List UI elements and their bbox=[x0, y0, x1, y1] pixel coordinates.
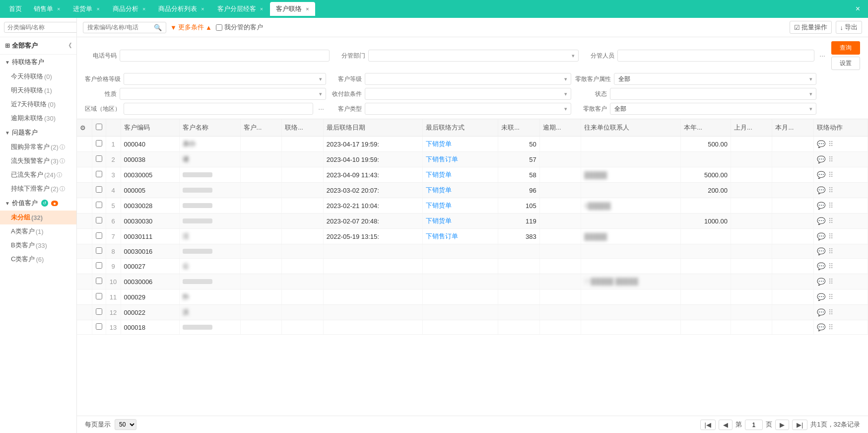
last-page-button[interactable]: ▶| bbox=[792, 420, 807, 430]
checkbox-cell[interactable] bbox=[92, 214, 106, 229]
page-number-input[interactable] bbox=[745, 420, 763, 430]
sidebar-all-customers[interactable]: ⊞ 全部客户 《 bbox=[0, 37, 76, 55]
last-contact-way-col-header[interactable]: 最后联络方式 bbox=[422, 119, 498, 137]
row-checkbox[interactable] bbox=[96, 202, 102, 208]
checkbox-cell[interactable] bbox=[92, 152, 106, 167]
my-customers-check[interactable] bbox=[216, 24, 222, 31]
code-col-header[interactable]: 客户编码 bbox=[121, 119, 180, 137]
row-checkbox[interactable] bbox=[96, 171, 102, 177]
checkbox-cell[interactable] bbox=[92, 320, 106, 335]
sidebar-item-churn-warning[interactable]: 流失预警客户 (3) ⓘ bbox=[0, 154, 76, 168]
customer-type-select[interactable] bbox=[365, 103, 571, 115]
contact-action-icon[interactable]: 💬 bbox=[817, 308, 825, 316]
contact-way-link[interactable]: 下销售订单 bbox=[426, 155, 458, 163]
area-more-icon[interactable]: ··· bbox=[316, 105, 326, 113]
nav-tab-customer-segment[interactable]: 客户分层经客 × bbox=[211, 2, 269, 16]
reset-button[interactable]: 设置 bbox=[831, 57, 860, 70]
checkbox-cell[interactable] bbox=[92, 137, 106, 152]
refresh-icon[interactable]: ↺ bbox=[41, 200, 48, 207]
sidebar-collapse-icon[interactable]: 《 bbox=[66, 42, 71, 50]
contact-action-icon[interactable]: 💬 bbox=[817, 140, 825, 148]
customer-level-select[interactable] bbox=[365, 73, 571, 85]
more-action-icon[interactable]: ⠿ bbox=[828, 155, 833, 163]
sidebar-item-unclassified[interactable]: 未分组 (32) bbox=[0, 211, 76, 224]
area-input[interactable] bbox=[124, 103, 313, 115]
more-action-icon[interactable]: ⠿ bbox=[828, 202, 833, 210]
last-contact-way-cell[interactable] bbox=[422, 305, 498, 320]
contact-action-icon[interactable]: 💬 bbox=[817, 171, 825, 179]
sidebar-item-today-pending[interactable]: 今天待联络 (0) bbox=[0, 70, 76, 83]
last-contact-way-cell[interactable]: 下销售订单 bbox=[422, 152, 498, 167]
sidebar-group-pending-header[interactable]: ▼ 待联络客户 bbox=[0, 55, 76, 70]
contact-way-link[interactable]: 下销售订单 bbox=[426, 232, 458, 240]
contact-action-icon[interactable]: 💬 bbox=[817, 202, 825, 210]
batch-ops-button[interactable]: ☑ 批量操作 bbox=[790, 21, 832, 34]
close-purchase-tab[interactable]: × bbox=[96, 6, 99, 12]
row-checkbox[interactable] bbox=[96, 323, 102, 330]
row-checkbox[interactable] bbox=[96, 186, 102, 193]
sidebar-search-input[interactable] bbox=[4, 22, 77, 33]
window-close-button[interactable]: × bbox=[852, 4, 864, 13]
nav-tab-product-analysis-list[interactable]: 商品分析列表 × bbox=[152, 2, 210, 16]
contact-action-icon[interactable]: 💬 bbox=[817, 155, 825, 163]
nav-tab-product-analysis[interactable]: 商品分析 × bbox=[107, 2, 151, 16]
sidebar-item-declining[interactable]: 持续下滑客户 (2) ⓘ bbox=[0, 182, 76, 196]
filter-search-icon[interactable]: 🔍 bbox=[154, 24, 162, 31]
nav-home[interactable]: 首页 bbox=[4, 4, 27, 13]
last-contact-way-cell[interactable] bbox=[422, 289, 498, 305]
overdue-col-header[interactable]: 逾期... bbox=[539, 119, 581, 137]
contact-way-link[interactable]: 下销货单 bbox=[426, 202, 452, 209]
person-more-icon[interactable]: ··· bbox=[817, 52, 827, 60]
checkbox-cell[interactable] bbox=[92, 305, 106, 320]
checkbox-cell[interactable] bbox=[92, 289, 106, 305]
close-customer-segment-tab[interactable]: × bbox=[260, 6, 263, 12]
type-col-header[interactable]: 客户... bbox=[240, 119, 282, 137]
contact-action-icon[interactable]: 💬 bbox=[817, 262, 825, 270]
checkbox-cell[interactable] bbox=[92, 259, 106, 274]
per-page-select[interactable]: 50 bbox=[115, 419, 136, 430]
current-year-col-header[interactable]: 本年... bbox=[681, 119, 731, 137]
checkbox-cell[interactable] bbox=[92, 229, 106, 244]
sidebar-item-class-a[interactable]: A类客户 (1) bbox=[0, 224, 76, 238]
phone-input[interactable] bbox=[120, 50, 330, 62]
close-product-analysis-tab[interactable]: × bbox=[142, 6, 145, 12]
last-contact-way-cell[interactable]: 下销货单 bbox=[422, 137, 498, 152]
row-checkbox[interactable] bbox=[96, 247, 102, 254]
more-action-icon[interactable]: ⠿ bbox=[828, 171, 833, 179]
retail-customer-select[interactable]: 全部 bbox=[610, 103, 816, 115]
last-contact-way-cell[interactable]: 下销货单 bbox=[422, 214, 498, 229]
export-button[interactable]: ↓ 导出 bbox=[836, 21, 863, 34]
last-contact-way-cell[interactable]: 下销货单 bbox=[422, 183, 498, 198]
price-level-select[interactable] bbox=[124, 73, 326, 85]
contact-action-icon[interactable]: 💬 bbox=[817, 247, 825, 255]
retail-attr-select[interactable]: 全部 bbox=[614, 73, 816, 85]
settings-icon[interactable]: ⚙ bbox=[80, 124, 86, 132]
status-select[interactable] bbox=[610, 88, 816, 100]
close-sales-tab[interactable]: × bbox=[57, 6, 60, 12]
nav-tab-purchase[interactable]: 进货单 × bbox=[67, 2, 105, 16]
contact-action-icon[interactable]: 💬 bbox=[817, 323, 825, 331]
contact-way-link[interactable]: 下销货单 bbox=[426, 171, 452, 178]
sidebar-item-7days-pending[interactable]: 近7天待联络 (0) bbox=[0, 97, 76, 111]
sidebar-item-churned[interactable]: 已流失客户 (24) ⓘ bbox=[0, 168, 76, 182]
query-button[interactable]: 查询 bbox=[831, 41, 860, 55]
more-action-icon[interactable]: ⠿ bbox=[828, 186, 833, 194]
payment-select[interactable] bbox=[365, 88, 571, 100]
checkbox-cell[interactable] bbox=[92, 167, 106, 183]
sidebar-item-overdue-pending[interactable]: 逾期未联络 (30) bbox=[0, 111, 76, 125]
nature-select[interactable] bbox=[120, 88, 326, 100]
contact-way-link[interactable]: 下销货单 bbox=[426, 217, 452, 224]
row-checkbox[interactable] bbox=[96, 232, 102, 239]
name-col-header[interactable]: 客户名称 bbox=[180, 119, 240, 137]
more-action-icon[interactable]: ⠿ bbox=[828, 323, 833, 331]
prev-page-button[interactable]: ◀ bbox=[719, 420, 733, 430]
contact-col-header[interactable]: 联络... bbox=[282, 119, 324, 137]
last-contact-way-cell[interactable]: 下销货单 bbox=[422, 167, 498, 183]
last-contact-way-cell[interactable]: 下销货单 bbox=[422, 198, 498, 214]
first-page-button[interactable]: |◀ bbox=[700, 420, 716, 430]
more-action-icon[interactable]: ⠿ bbox=[828, 293, 833, 301]
more-action-icon[interactable]: ⠿ bbox=[828, 232, 833, 240]
settings-col-header[interactable]: ⚙ bbox=[77, 119, 92, 137]
my-customers-checkbox[interactable]: 我分管的客户 bbox=[216, 23, 263, 32]
checkbox-cell[interactable] bbox=[92, 274, 106, 289]
